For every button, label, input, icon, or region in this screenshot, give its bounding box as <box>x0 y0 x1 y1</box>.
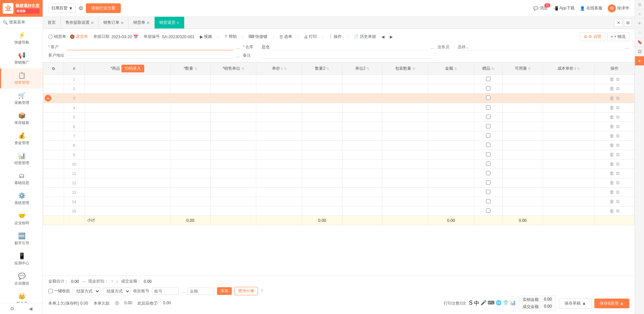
sidebar-item-purchase[interactable]: 🛒 采购管理 <box>0 88 43 109</box>
price-cell[interactable] <box>256 131 302 141</box>
type-option-return[interactable]: 退货单 <box>70 34 88 40</box>
cost-cell[interactable] <box>543 84 594 93</box>
product-cell[interactable] <box>85 141 170 150</box>
pkg-cell[interactable] <box>382 169 428 178</box>
delete-icon[interactable]: 🗑 <box>609 114 614 120</box>
gift-checkbox[interactable] <box>486 199 490 203</box>
one-click-payment[interactable]: 一键收款 <box>48 288 70 294</box>
avail-cell[interactable] <box>503 75 543 84</box>
sidebar-item-basic[interactable]: 🗂 基础信息 <box>0 169 43 189</box>
fullscreen-btn[interactable]: ⊞ <box>624 19 632 27</box>
action-shortcut[interactable]: ⌨ 快捷键 <box>249 34 267 40</box>
gift-checkbox[interactable] <box>486 133 490 138</box>
price-cell[interactable] <box>256 84 302 93</box>
avail-cell[interactable] <box>503 113 543 122</box>
copy-icon[interactable]: ⧉ <box>616 152 620 158</box>
qty-cell[interactable] <box>170 150 211 160</box>
user-avatar[interactable]: 徐 徐泽华 <box>608 4 629 12</box>
qty-cell[interactable] <box>170 169 211 178</box>
pkg-cell[interactable] <box>382 188 428 197</box>
sidebar-item-sales[interactable]: 📋 销售管理 <box>0 68 43 88</box>
pkg-cell[interactable] <box>382 75 428 84</box>
product-cell[interactable] <box>85 84 170 93</box>
pkg-cell[interactable] <box>382 113 428 122</box>
amount-cell[interactable] <box>428 178 474 188</box>
unit2-cell[interactable] <box>342 169 382 178</box>
tab-sales-order[interactable]: 销售订单 × <box>99 17 128 28</box>
gift-cell[interactable] <box>474 141 502 150</box>
pkg-cell[interactable] <box>382 93 428 103</box>
avail-cell[interactable] <box>503 188 543 197</box>
sidebar-item-shortcut[interactable]: ⚡ 快捷导航 <box>0 28 43 48</box>
cost-cell[interactable] <box>543 131 594 141</box>
amount-input[interactable] <box>187 288 214 295</box>
pkg-cell[interactable] <box>382 103 428 113</box>
app-download-btn[interactable]: 📲 App下载 <box>553 5 575 11</box>
gift-checkbox[interactable] <box>486 152 490 156</box>
sidebar-item-system[interactable]: ⚙️ 系统管理 <box>0 189 43 209</box>
unit2-cell[interactable] <box>342 178 382 188</box>
tab-close-icon[interactable]: × <box>91 20 94 25</box>
gift-checkbox[interactable] <box>486 171 490 175</box>
unit-cell[interactable] <box>210 160 256 169</box>
qty-cell[interactable] <box>170 75 211 84</box>
tab-close-icon[interactable]: × <box>147 20 149 25</box>
gift-checkbox[interactable] <box>486 143 490 147</box>
unit2-cell[interactable] <box>342 206 382 216</box>
topbar-settings-icon[interactable]: ⚙ <box>78 5 83 11</box>
payment-method-select[interactable]: 结算方式 <box>73 287 100 295</box>
tab-price-setting[interactable]: 售价提取设置 × <box>61 17 99 28</box>
amount-cell[interactable] <box>428 131 474 141</box>
delete-icon[interactable]: 🗑 <box>609 86 614 91</box>
delete-icon[interactable]: 🗑 <box>609 208 614 214</box>
unit2-cell[interactable] <box>342 141 382 150</box>
sidebar-collapse-btn[interactable]: ◀ <box>29 306 33 311</box>
right-icon-image[interactable]: 🖼 <box>635 47 644 56</box>
delete-icon[interactable]: 🗑 <box>609 76 614 82</box>
add-payment-button[interactable]: 添加 <box>217 287 232 295</box>
sidebar-item-promotion[interactable]: 📢 营销推广 <box>0 48 43 68</box>
trial-button[interactable]: 体验行业方案 <box>86 3 121 13</box>
delete-icon[interactable]: 🗑 <box>609 96 614 101</box>
price-cell[interactable] <box>256 150 302 160</box>
qty-cell[interactable] <box>170 188 211 197</box>
unit-cell[interactable] <box>210 141 256 150</box>
unit2-cell[interactable] <box>342 122 382 131</box>
avail-cell[interactable] <box>503 150 543 160</box>
unit2-cell[interactable] <box>342 188 382 197</box>
product-input[interactable] <box>86 143 169 148</box>
action-operate[interactable]: ⋮ 操作 <box>329 34 342 40</box>
qty2-cell[interactable] <box>302 169 342 178</box>
qty-cell[interactable] <box>170 103 211 113</box>
qty-cell[interactable] <box>170 197 211 206</box>
copy-icon[interactable]: ⧉ <box>616 171 620 176</box>
amount-cell[interactable] <box>428 197 474 206</box>
right-icon-table-grid[interactable]: ⊞ <box>635 0 644 9</box>
delete-icon[interactable]: 🗑 <box>609 171 614 176</box>
product-cell[interactable] <box>85 150 170 160</box>
close-tab-btn[interactable]: ✕ <box>614 19 623 27</box>
settings-button[interactable]: ⚙ ⚙ 设置 <box>580 32 605 41</box>
price-cell[interactable] <box>256 188 302 197</box>
amount-cell[interactable] <box>428 188 474 197</box>
amount-cell[interactable] <box>428 84 474 93</box>
amount-cell[interactable] <box>428 206 474 216</box>
product-input[interactable] <box>86 181 169 185</box>
address-dots[interactable]: ... <box>236 53 240 59</box>
unit2-cell[interactable] <box>342 113 382 122</box>
warehouse-dots[interactable]: ... <box>430 44 435 50</box>
pkg-cell[interactable] <box>382 206 428 216</box>
right-icon-table-list[interactable]: ≡ <box>635 9 644 19</box>
unit2-cell[interactable] <box>342 84 382 93</box>
gift-checkbox[interactable] <box>486 190 490 194</box>
delete-icon[interactable]: 🗑 <box>609 199 614 204</box>
product-cell[interactable] <box>85 93 170 103</box>
tab-sales-return[interactable]: 销货退货 × <box>155 17 184 28</box>
calc-method-select[interactable]: 结算方式 <box>103 287 130 295</box>
pkg-cell[interactable] <box>382 150 428 160</box>
qty2-cell[interactable] <box>302 113 342 122</box>
gift-cell[interactable] <box>474 131 502 141</box>
unit2-cell[interactable] <box>342 160 382 169</box>
amount-cell[interactable] <box>428 122 474 131</box>
qty-cell[interactable] <box>170 178 211 188</box>
